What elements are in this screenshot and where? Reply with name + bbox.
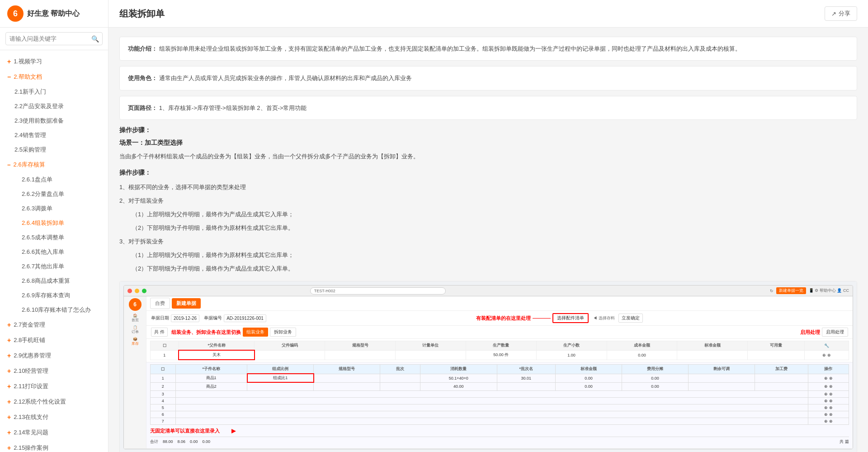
th-batch: 批次 xyxy=(380,365,420,374)
td-op: ⊕ ⊗ xyxy=(805,350,849,360)
sidebar-item-assembly[interactable]: 2.6.4组装拆卸单 xyxy=(0,216,108,230)
sidebar-item-custom[interactable]: + 2.12系统个性化设置 xyxy=(0,394,108,409)
td-parent-name: 关木 xyxy=(179,350,254,360)
parent-row-1: 1 关木 50.00 件 1.00 0.00 xyxy=(151,350,849,360)
plus-icon-finance: + xyxy=(7,321,11,328)
sidebar-item-video[interactable]: + 1.视频学习 xyxy=(0,54,108,69)
browser-url: TEST-H002 xyxy=(314,289,335,293)
footer-val1: 88.00 xyxy=(163,439,173,444)
footer-count: 共 篇 xyxy=(840,439,849,445)
sidebar-item-sales[interactable]: 2.4销售管理 xyxy=(0,128,108,143)
sidebar-item-finance[interactable]: + 2.7资金管理 xyxy=(0,317,108,333)
doc-date-value: 2019-12-26 xyxy=(171,314,199,322)
tab-zifei[interactable]: 自费 xyxy=(150,298,170,309)
td-consume-val: 50.1+40+0 xyxy=(420,374,497,382)
th-cost-amount: 成本金额 xyxy=(607,341,677,351)
screenshot-container: TEST-H002 ↻ 新建单据一览 📱 ⚙ 帮助中心 👤 CC 6 🏠首页 xyxy=(119,281,857,452)
new-doc-btn[interactable]: 新建单据一览 xyxy=(776,287,806,294)
sidebar-item-cost-adjust[interactable]: 2.6.5成本调整单 xyxy=(0,230,108,245)
th-std-amount: 标准金额 xyxy=(677,341,748,351)
path-label: 页面路径： xyxy=(128,105,157,111)
enable-btn[interactable]: 启用处理 xyxy=(822,328,848,337)
td-remain-val xyxy=(689,374,755,382)
minus-icon-inventory: − xyxy=(7,162,11,168)
sidebar-finance-label: 2.7资金管理 xyxy=(14,321,45,329)
doc-number-label: 单据编号 xyxy=(204,315,222,321)
sidebar-item-other-out[interactable]: 2.6.7其他出库单 xyxy=(0,259,108,274)
footer-total-label: 合计 xyxy=(150,439,158,445)
path-block: 页面路径： 1、库存核算->库存管理->组装拆卸单 2、首页->常用功能 xyxy=(119,96,857,120)
annotation-assembly-list: 有装配清单的在这里处理 xyxy=(476,315,531,322)
child-row-2: 2 商品2 40.00 0.00 0.0 xyxy=(151,382,849,390)
step-2-2: （2）下部明细为子件明细，最终作为原材料生成其它出库单。 xyxy=(119,222,857,234)
sidebar-item-ledger[interactable]: 2.6.9库存账本查询 xyxy=(0,288,108,303)
logo-area: 6 好生意 帮助中心 xyxy=(0,0,108,28)
sidebar-item-stocktake[interactable]: 2.6.1盘点单 xyxy=(0,172,108,187)
docs-submenu: 2.1新手入门 2.2产品安装及登录 2.3使用前数据准备 2.4销售管理 2.… xyxy=(0,85,108,317)
share-label: 分享 xyxy=(839,10,850,18)
sidebar-item-install[interactable]: 2.2产品安装及登录 xyxy=(0,99,108,114)
path-text: 1、库存核算->库存管理->组装拆卸单 2、首页->常用功能 xyxy=(159,105,307,111)
sidebar-custom-label: 2.12系统个性化设置 xyxy=(14,398,66,406)
child-table: ☐ *子件名称 组成比例 规格型号 批次 消耗数量 *批次名 标准金额 xyxy=(150,364,849,425)
td-row-num: 1 xyxy=(151,374,176,382)
th-op: 🔧 xyxy=(805,341,849,351)
sidebar-item-mobile[interactable]: + 2.8手机旺铺 xyxy=(0,333,108,348)
nav-icon-home[interactable]: 🏠首页 xyxy=(132,314,139,323)
th-unit: 计量单位 xyxy=(396,341,466,351)
th-available: 可用量 xyxy=(748,341,805,351)
th-spec2: 规格型号 xyxy=(314,365,380,374)
sidebar-item-data-prep[interactable]: 2.3使用前数据准备 xyxy=(0,114,108,128)
mock-wrapper: TEST-H002 ↻ 新建单据一览 📱 ⚙ 帮助中心 👤 CC 6 🏠首页 xyxy=(120,281,857,452)
td-spec xyxy=(325,350,396,360)
sidebar-online-pay-label: 2.13在线支付 xyxy=(14,413,48,421)
sidebar-item-docs[interactable]: − 2.帮助文档 xyxy=(0,69,108,85)
logo-icon: 6 xyxy=(7,5,24,22)
op-steps2-title: 操作步骤： xyxy=(119,169,857,177)
plus-icon-print: + xyxy=(7,383,11,390)
td-fee-val xyxy=(755,374,808,382)
th-ratio: 组成比例 xyxy=(247,365,314,374)
td-std-val: 0.00 xyxy=(555,374,622,382)
sidebar-item-print[interactable]: + 2.11打印设置 xyxy=(0,379,108,394)
share-button[interactable]: ↗ 分享 xyxy=(825,6,857,21)
sidebar-item-inventory[interactable]: − 2.6库存核算 xyxy=(0,157,108,172)
type-btn[interactable]: 选择配件清单 xyxy=(552,313,589,323)
sidebar-item-ledger-err[interactable]: 2.6.10库存账本错了怎么办 xyxy=(0,303,108,317)
sidebar-item-online-pay[interactable]: + 2.13在线支付 xyxy=(0,409,108,425)
sidebar-item-purchase[interactable]: 2.5采购管理 xyxy=(0,143,108,157)
sidebar-item-label: 1.视频学习 xyxy=(14,57,42,66)
td-alloc-val: 0.00 xyxy=(622,374,689,382)
th-op2: 操作 xyxy=(808,365,849,374)
nav-icon-inventory[interactable]: 📦库存 xyxy=(132,337,139,346)
td-checkbox: 1 xyxy=(151,350,179,360)
sidebar-item-cost-calc[interactable]: 2.6.8商品成本重算 xyxy=(0,274,108,288)
sidebar-item-partial-stocktake[interactable]: 2.6.2分量盘点单 xyxy=(0,187,108,201)
tab-new-doc[interactable]: 新建单据 xyxy=(172,298,201,309)
th-remain: 剩余可调 xyxy=(689,365,755,374)
step-2-1: （1）上部明细为父件明细，最终作为产成品生成其它入库单； xyxy=(119,209,857,220)
assembly-btn[interactable]: 组装业务 xyxy=(243,328,268,337)
search-input[interactable] xyxy=(5,32,103,45)
annotation-type-switch: 组装业务、拆卸业务在这里切换 xyxy=(171,329,241,336)
plus-icon-mobile: + xyxy=(7,337,11,344)
sidebar-item-coupon[interactable]: + 2.9优惠券管理 xyxy=(0,348,108,363)
sidebar-item-label: 2.帮助文档 xyxy=(14,73,42,81)
footer-val4: 0.00 xyxy=(203,439,211,444)
step-1: 1、根据不同的业务，选择不同单据的类型来处理 xyxy=(119,181,857,193)
sidebar-item-newcomer[interactable]: 2.1新手入门 xyxy=(0,85,108,99)
sidebar-item-other-in[interactable]: 2.6.6其他入库单 xyxy=(0,245,108,259)
sidebar-item-faq[interactable]: + 2.14常见问题 xyxy=(0,425,108,440)
disassembly-btn[interactable]: 拆卸业务 xyxy=(270,328,296,337)
plus-icon-custom: + xyxy=(7,398,11,405)
child-row-7: 7 ⊕ ⊗ xyxy=(151,418,849,424)
sidebar-item-adjust[interactable]: 2.6.3调拨单 xyxy=(0,201,108,216)
confirm-btn[interactable]: 立发确定 xyxy=(618,314,643,323)
plus-icon-online-pay: + xyxy=(7,414,11,421)
td-op-val: ⊕ ⊗ xyxy=(808,374,849,382)
nav-icon-orders[interactable]: 📋订单 xyxy=(132,325,139,334)
th-child-name: *子件名称 xyxy=(175,365,247,374)
parent-table: ☐ *父件名称 父件编码 规格型号 计量单位 生产数量 生产小数 成本金额 xyxy=(150,341,849,360)
sidebar-item-operation[interactable]: + 2.10经营管理 xyxy=(0,363,108,379)
sidebar-item-cases[interactable]: + 2.15操作案例 xyxy=(0,440,108,452)
